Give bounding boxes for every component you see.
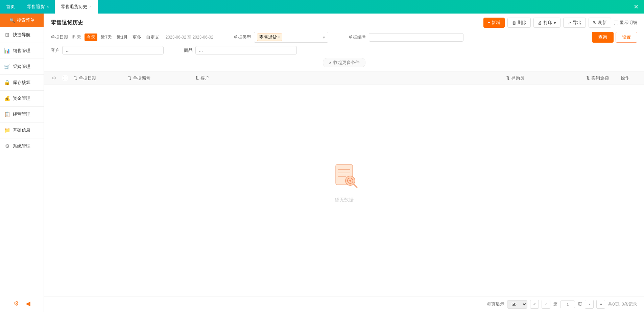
- print-button[interactable]: 🖨 打印 ▾: [533, 18, 560, 28]
- sidebar-item-system-label: 系统管理: [13, 143, 30, 149]
- next-page-button[interactable]: ›: [585, 300, 594, 309]
- delete-button[interactable]: 🗑 删除: [507, 18, 531, 28]
- setting-button[interactable]: 设置: [616, 32, 637, 43]
- empty-state: 暂无数据: [44, 85, 644, 296]
- tab-retail-return-history[interactable]: 零售退货历史 ×: [55, 0, 97, 14]
- th-customer[interactable]: ⇅ 客户: [193, 75, 503, 81]
- sidebar-item-finance[interactable]: 💰 资金管理: [0, 91, 44, 107]
- th-amount[interactable]: ⇅ 实销金额: [557, 75, 612, 81]
- sidebar-search[interactable]: 🔍 搜索菜单: [0, 14, 44, 27]
- last-page-button[interactable]: »: [596, 300, 605, 309]
- tab-home[interactable]: 首页: [0, 0, 21, 14]
- export-button[interactable]: ↗ 导出: [563, 18, 586, 28]
- sidebar-bottom: ⚙ ◀: [0, 295, 44, 312]
- date-option-7days[interactable]: 近7天: [99, 34, 113, 41]
- th-settings[interactable]: ⚙: [49, 75, 60, 81]
- first-page-button[interactable]: «: [530, 300, 539, 309]
- delete-button-label: 删除: [518, 20, 526, 26]
- refresh-button[interactable]: ↻ 刷新: [589, 18, 611, 28]
- collapse-sidebar-icon[interactable]: ◀: [26, 300, 30, 307]
- goods-input[interactable]: [195, 46, 297, 54]
- per-page-select[interactable]: 50 10 20 100: [507, 300, 527, 309]
- show-detail-checkbox[interactable]: [614, 21, 618, 25]
- th-guide-sort-icon: ⇅: [506, 75, 510, 81]
- date-filter-group: 单据日期 昨天 今天 近7天 近1月 更多 自定义 2023-06-02 至 2…: [51, 34, 213, 41]
- trash-icon: 🗑: [512, 20, 516, 25]
- th-guide[interactable]: ⇅ 导购员: [503, 75, 557, 81]
- date-option-more[interactable]: 更多: [131, 34, 143, 41]
- collapse-button-label: 收起更多条件: [333, 60, 360, 66]
- svg-line-5: [354, 184, 357, 187]
- date-filter-label: 单据日期: [51, 34, 68, 40]
- page-input[interactable]: [560, 300, 575, 308]
- tab-retail-return-history-close[interactable]: ×: [89, 5, 91, 9]
- topbar-tabs: 首页 零售退货 × 零售退货历史 ×: [0, 0, 634, 14]
- page-title: 零售退货历史: [51, 19, 83, 26]
- th-amount-text: 实销金额: [591, 75, 609, 81]
- tab-retail-return-label: 零售退货: [27, 4, 45, 10]
- th-billno[interactable]: ⇅ 单据编号: [125, 75, 193, 81]
- sidebar-item-sales-mgmt[interactable]: 📊 销售管理: [0, 43, 44, 59]
- operations-icon: 📋: [4, 111, 10, 117]
- sidebar-item-system[interactable]: ⚙ 系统管理: [0, 138, 44, 154]
- sidebar-item-purchase-label: 采购管理: [13, 64, 30, 70]
- page-label: 第: [553, 301, 557, 307]
- page-header: 零售退货历史 + 新增 🗑 删除 🖨 打印 ▾ ↗: [44, 14, 644, 71]
- sidebar: 🔍 搜索菜单 ⊞ 快捷导航 📊 销售管理 🛒 采购管理 🔒 库存核算 💰 资金管…: [0, 14, 44, 312]
- sidebar-item-basic-info-label: 基础信息: [13, 127, 30, 133]
- date-option-custom[interactable]: 自定义: [145, 34, 161, 41]
- show-detail-label: 显示明细: [620, 20, 637, 26]
- th-billno-sort-icon: ⇅: [128, 75, 132, 81]
- settings-bottom-icon[interactable]: ⚙: [14, 300, 19, 307]
- date-options: 昨天 今天 近7天 近1月 更多 自定义: [71, 34, 161, 41]
- sidebar-item-sales-label: 销售管理: [13, 48, 30, 54]
- bill-type-select[interactable]: 零售退货 × ▾: [254, 32, 328, 43]
- customer-input[interactable]: [62, 46, 164, 54]
- th-customer-text: 客户: [200, 75, 209, 81]
- sidebar-item-purchase-mgmt[interactable]: 🛒 采购管理: [0, 59, 44, 75]
- query-button-group: 查询 设置: [592, 32, 637, 43]
- bill-no-filter-group: 单据编号: [349, 33, 463, 42]
- system-icon: ⚙: [4, 143, 10, 149]
- collapse-row: ∧ 收起更多条件: [51, 58, 637, 67]
- basic-info-icon: 📁: [4, 127, 10, 133]
- th-date[interactable]: ⇅ 单据日期: [71, 75, 125, 81]
- date-option-1month[interactable]: 近1月: [115, 34, 129, 41]
- date-range-text: 2023-06-02 至 2023-06-02: [165, 35, 213, 40]
- topbar: 首页 零售退货 × 零售退货历史 × ✕: [0, 0, 644, 14]
- prev-page-button[interactable]: ‹: [542, 300, 550, 309]
- add-button[interactable]: + 新增: [483, 18, 505, 28]
- show-detail-checkbox-label[interactable]: 显示明细: [614, 20, 637, 26]
- bill-type-tag-label: 零售退货: [259, 34, 277, 40]
- window-close-button[interactable]: ✕: [634, 3, 644, 10]
- th-customer-sort-icon: ⇅: [195, 75, 199, 81]
- date-option-today[interactable]: 今天: [85, 34, 97, 41]
- inventory-icon: 🔒: [4, 80, 10, 86]
- date-option-yesterday[interactable]: 昨天: [71, 34, 82, 41]
- th-billno-text: 单据编号: [133, 75, 150, 81]
- sidebar-search-label: 搜索菜单: [17, 17, 34, 23]
- export-icon: ↗: [568, 20, 571, 25]
- th-amount-sort-icon: ⇅: [586, 75, 590, 81]
- refresh-button-label: 刷新: [598, 20, 607, 26]
- add-button-label: + 新增: [488, 20, 500, 26]
- sidebar-item-basic-info[interactable]: 📁 基础信息: [0, 122, 44, 138]
- sidebar-item-finance-label: 资金管理: [13, 95, 30, 102]
- sidebar-item-quick-nav[interactable]: ⊞ 快捷导航: [0, 27, 44, 43]
- sidebar-item-operations[interactable]: 📋 经营管理: [0, 107, 44, 122]
- filter-row-1: 单据日期 昨天 今天 近7天 近1月 更多 自定义 2023-06-02 至 2…: [51, 32, 637, 43]
- th-date-text: 单据日期: [79, 75, 96, 81]
- bill-no-input[interactable]: [369, 33, 463, 42]
- bill-type-filter-group: 单据类型 零售退货 × ▾: [234, 32, 328, 43]
- collapse-button[interactable]: ∧ 收起更多条件: [323, 58, 365, 67]
- print-icon: 🖨: [538, 20, 542, 25]
- tab-retail-return[interactable]: 零售退货 ×: [21, 0, 55, 14]
- sidebar-item-inventory[interactable]: 🔒 库存核算: [0, 75, 44, 91]
- bill-type-chevron-icon: ▾: [323, 35, 325, 40]
- th-checkbox[interactable]: [60, 76, 71, 80]
- tab-retail-return-close[interactable]: ×: [47, 5, 49, 9]
- bill-type-tag-close[interactable]: ×: [278, 35, 280, 39]
- select-all-checkbox[interactable]: [63, 76, 67, 80]
- query-button[interactable]: 查询: [592, 32, 614, 43]
- goods-filter-group: 商品: [184, 46, 297, 54]
